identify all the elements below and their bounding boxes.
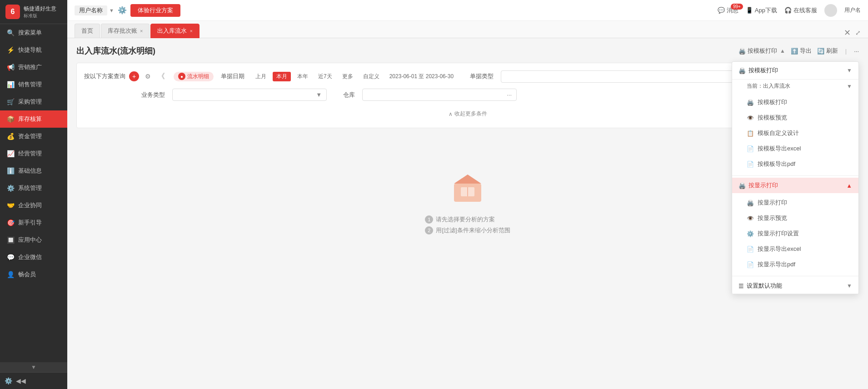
filter-tag-last-month[interactable]: 上月 bbox=[252, 72, 270, 81]
sidebar-item-system[interactable]: ⚙️ 系统管理 bbox=[0, 180, 67, 197]
sidebar-item-guide[interactable]: 🎯 新手引导 bbox=[0, 214, 67, 231]
template-pdf-icon: 📄 bbox=[747, 161, 754, 168]
info-icon: ℹ️ bbox=[6, 167, 15, 175]
tab-batch-close[interactable]: × bbox=[140, 28, 143, 34]
filter-business-dropdown[interactable]: ▼ bbox=[172, 89, 327, 101]
more-actions-btn[interactable]: ··· bbox=[854, 48, 859, 55]
dropdown-item-display-excel[interactable]: 📄 按显示导出excel bbox=[732, 241, 858, 257]
dropdown-item-display-settings[interactable]: ⚙️ 按显示打印设置 bbox=[732, 226, 858, 241]
page-title: 出入库流水(流水明细) bbox=[76, 45, 155, 56]
sidebar: 6 畅捷通好生意 标准版 🔍 搜索菜单 ⚡ 快捷导航 📢 营销推广 📊 销售管理… bbox=[0, 0, 67, 389]
tab-close-all-icon[interactable]: ✕ bbox=[844, 28, 851, 38]
dropdown-item-template-preview[interactable]: 👁️ 按模板预览 bbox=[732, 110, 858, 125]
tab-batch[interactable]: 库存批次账 × bbox=[101, 24, 150, 38]
sidebar-item-member[interactable]: 👤 畅会员 bbox=[0, 266, 67, 283]
user-name: 用户名称 bbox=[75, 5, 107, 15]
export-btn[interactable]: ⬆️ 导出 bbox=[791, 47, 812, 55]
gear-icon: ⚙️ bbox=[6, 184, 15, 192]
sidebar-item-enterprise[interactable]: 🤝 企业协同 bbox=[0, 197, 67, 214]
filter-warehouse-dropdown[interactable]: ··· bbox=[362, 89, 517, 101]
sidebar-item-inventory[interactable]: 📦 库存核算 bbox=[0, 110, 67, 128]
dropdown-item-template-design[interactable]: 📋 模板自定义设计 bbox=[732, 125, 858, 141]
tab-batch-label: 库存批次账 bbox=[108, 27, 137, 35]
filter-warehouse-label: 仓库 bbox=[343, 91, 355, 99]
display-print-icon: 🖨️ bbox=[738, 182, 746, 189]
tab-home-label: 首页 bbox=[81, 27, 93, 35]
message-icon: 💬 bbox=[718, 7, 725, 14]
dropdown-header[interactable]: 🖨️ 按模板打印 ▼ bbox=[732, 62, 858, 80]
dropdown-divider-1 bbox=[732, 175, 858, 176]
tab-flow-close[interactable]: × bbox=[190, 28, 192, 34]
dropdown-item-template-print[interactable]: 🖨️ 按模板打印 bbox=[732, 95, 858, 110]
display-section-title: 🖨️ 按显示打印 bbox=[738, 181, 778, 190]
search-icon: 🔍 bbox=[6, 29, 15, 37]
dropdown-header-title: 🖨️ 按模板打印 bbox=[738, 66, 778, 75]
page-actions: 🖨️ 按模板打印 ▲ ⬆️ 导出 🔄 刷新 | ··· bbox=[738, 47, 859, 55]
bottom-collapse-btn[interactable]: ◀◀ bbox=[16, 377, 26, 384]
online-service-btn[interactable]: 🎧 在线客服 bbox=[784, 6, 817, 15]
tab-flow[interactable]: 出入库流水 × bbox=[150, 24, 199, 38]
dropdown-item-display-print[interactable]: 🖨️ 按显示打印 bbox=[732, 195, 858, 210]
template-design-icon: 📋 bbox=[747, 130, 754, 137]
filter-date-tags: 上月 本月 本年 近7天 更多 自定义 2023-06-01 至 2023-06… bbox=[252, 72, 454, 81]
avatar[interactable] bbox=[824, 4, 837, 17]
sidebar-item-quick-nav[interactable]: ⚡ 快捷导航 bbox=[0, 41, 67, 59]
refresh-btn[interactable]: 🔄 刷新 bbox=[817, 47, 838, 55]
sidebar-logo: 6 畅捷通好生意 标准版 bbox=[0, 0, 67, 24]
filter-settings-btn[interactable]: ⚙ bbox=[143, 71, 153, 81]
sidebar-item-purchase[interactable]: 🛒 采购管理 bbox=[0, 93, 67, 110]
filter-tag-this-year[interactable]: 本年 bbox=[294, 72, 312, 81]
sidebar-item-basic-info[interactable]: ℹ️ 基础信息 bbox=[0, 162, 67, 180]
sidebar-scroll-down[interactable]: ▼ bbox=[0, 362, 67, 372]
tab-maximize-icon[interactable]: ⤢ bbox=[855, 29, 861, 36]
filter-business-label: 业务类型 bbox=[141, 91, 165, 99]
topbar-settings-icon[interactable]: ⚙️ bbox=[118, 6, 127, 15]
filter-search-label: 按以下方案查询 bbox=[84, 72, 125, 80]
page-header: 出入库流水(流水明细) 🖨️ 按模板打印 ▲ ⬆️ 导出 🔄 刷新 | bbox=[76, 45, 859, 56]
sidebar-nav: 🔍 搜索菜单 ⚡ 快捷导航 📢 营销推广 📊 销售管理 🛒 采购管理 📦 库存核… bbox=[0, 24, 67, 362]
filter-tag-more[interactable]: 更多 bbox=[339, 72, 357, 81]
dropdown-footer[interactable]: ☰ 设置默认功能 ▼ bbox=[732, 278, 858, 294]
sidebar-item-finance[interactable]: 💰 资金管理 bbox=[0, 128, 67, 145]
empty-illustration bbox=[445, 161, 490, 206]
dropdown-display-header[interactable]: 🖨️ 按显示打印 ▲ bbox=[732, 178, 858, 193]
user-name-area[interactable]: 用户名称 ▼ bbox=[75, 5, 114, 15]
filter-tag-custom[interactable]: 自定义 bbox=[359, 72, 383, 81]
trial-btn[interactable]: 体验行业方案 bbox=[130, 4, 180, 17]
empty-step-2: 2 用[过滤]条件来缩小分析范围 bbox=[425, 226, 510, 234]
tab-flow-label: 出入库流水 bbox=[157, 27, 187, 35]
template-print-icon: 🖨️ bbox=[747, 99, 754, 106]
empty-step-1: 1 请先选择要分析的方案 bbox=[425, 215, 510, 224]
sidebar-item-app-center[interactable]: 🔲 应用中心 bbox=[0, 231, 67, 249]
dropdown-item-display-preview[interactable]: 👁️ 按显示预览 bbox=[732, 210, 858, 226]
sidebar-item-sales[interactable]: 📊 销售管理 bbox=[0, 76, 67, 93]
app-download-btn[interactable]: 📱 App下载 bbox=[746, 6, 777, 15]
dropdown-item-display-pdf[interactable]: 📄 按显示导出pdf bbox=[732, 257, 858, 272]
topbar-left: 用户名称 ▼ ⚙️ 体验行业方案 bbox=[75, 4, 712, 17]
filter-add-btn[interactable]: + bbox=[129, 71, 139, 81]
print-template-btn[interactable]: 🖨️ 按模板打印 ▲ bbox=[738, 47, 785, 55]
dropdown-item-template-excel[interactable]: 📄 按模板导出excel bbox=[732, 141, 858, 156]
logo-icon: 6 bbox=[5, 5, 20, 19]
handshake-icon: 🤝 bbox=[6, 201, 15, 209]
export-icon: ⬆️ bbox=[791, 48, 798, 55]
sidebar-item-marketing[interactable]: 📢 营销推广 bbox=[0, 59, 67, 76]
filter-tag-this-month[interactable]: 本月 bbox=[273, 72, 291, 81]
money-icon: 💰 bbox=[6, 132, 15, 140]
collapse-chevron-icon: ∧ bbox=[449, 111, 453, 117]
message-btn[interactable]: 💬 消息 99+ bbox=[718, 6, 738, 15]
display-excel-icon: 📄 bbox=[747, 246, 754, 253]
filter-type-label: 单据类型 bbox=[470, 72, 494, 80]
filter-tag-7days[interactable]: 近7天 bbox=[314, 72, 336, 81]
sidebar-item-search[interactable]: 🔍 搜索菜单 bbox=[0, 24, 67, 41]
bottom-settings-btn[interactable]: ⚙️ bbox=[5, 377, 12, 384]
dropdown-item-template-pdf[interactable]: 📄 按模板导出pdf bbox=[732, 156, 858, 172]
sidebar-item-operations[interactable]: 📈 经营管理 bbox=[0, 145, 67, 162]
sidebar-item-wechat[interactable]: 💬 企业微信 bbox=[0, 249, 67, 266]
refresh-icon: 🔄 bbox=[817, 48, 824, 55]
megaphone-icon: 📢 bbox=[6, 63, 15, 71]
filter-collapse-btn[interactable]: 《 bbox=[156, 71, 166, 81]
grid-icon: 🔲 bbox=[6, 236, 15, 244]
filter-date-range: 2023-06-01 至 2023-06-30 bbox=[389, 73, 454, 80]
tab-home[interactable]: 首页 bbox=[75, 24, 100, 38]
